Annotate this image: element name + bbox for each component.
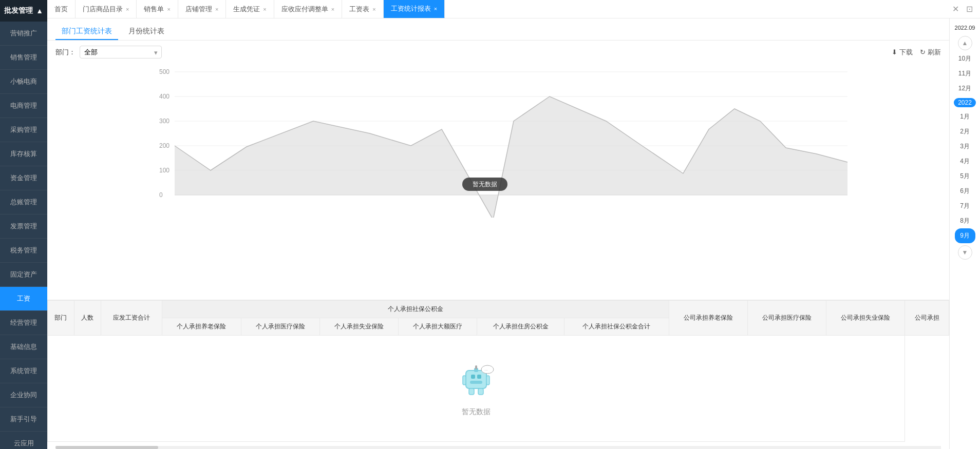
scrollbar-thumb[interactable] [55, 446, 158, 449]
data-table: 部门 人数 应发工资合计 个人承担社保公积金 公司承担养老保险 公司承担医疗保险… [47, 300, 949, 442]
dept-select-wrapper: 全部 [80, 46, 162, 58]
timeline-month-2[interactable]: 2月 [950, 124, 980, 139]
timeline-month-11[interactable]: 11月 [950, 66, 980, 81]
timeline-month-5[interactable]: 5月 [950, 169, 980, 184]
sidebar-item-purchase[interactable]: 采购管理 [0, 118, 47, 142]
empty-robot-icon: ··· [456, 360, 497, 401]
tab-store-catalog[interactable]: 门店商品目录 × [76, 0, 137, 18]
main-area: 首页 门店商品目录 × 销售单 × 店铺管理 × 生成凭证 × 应收应付调整单 … [47, 0, 980, 449]
svg-rect-14 [466, 370, 486, 388]
tab-close-store-management[interactable]: × [215, 6, 218, 12]
tab-restore[interactable]: ⊡ [964, 4, 975, 14]
th-company-medical: 公司承担医疗保险 [747, 301, 826, 336]
download-icon: ⬇ [892, 48, 897, 56]
timeline-panel: 2022.09 ▲ 10月 11月 12月 2022 1月 2月 3月 4月 [949, 18, 980, 449]
sidebar-item-enterprise[interactable]: 企业协同 [0, 383, 47, 407]
dept-select[interactable]: 全部 [80, 46, 162, 58]
sub-tab-dept-stats[interactable]: 部门工资统计表 [55, 24, 118, 40]
sidebar-item-cloud[interactable]: 云应用 [0, 432, 47, 449]
th-individual-unemployment: 个人承担失业保险 [319, 318, 398, 336]
tab-ar-ap-adjustment[interactable]: 应收应付调整单 × [274, 0, 342, 18]
th-headcount: 人数 [74, 301, 101, 336]
tab-store-management[interactable]: 店铺管理 × [178, 0, 226, 18]
svg-rect-19 [475, 365, 477, 369]
refresh-button[interactable]: ↻ 刷新 [920, 48, 941, 57]
sidebar-item-fixed-assets[interactable]: 固定资产 [0, 263, 47, 287]
timeline-month-1[interactable]: 1月 [950, 109, 980, 124]
tab-payroll-table[interactable]: 工资表 × [342, 0, 383, 18]
tab-close-generate-voucher[interactable]: × [263, 6, 266, 12]
svg-text:400: 400 [159, 93, 169, 100]
sidebar-item-invoice[interactable]: 发票管理 [0, 214, 47, 239]
sub-tabs: 部门工资统计表 月份统计表 [47, 18, 949, 41]
timeline-month-10[interactable]: 10月 [950, 51, 980, 66]
sidebar-item-xiaochangec[interactable]: 小畅电商 [0, 70, 47, 94]
timeline-month-12[interactable]: 12月 [950, 81, 980, 96]
page-content: 部门工资统计表 月份统计表 部门： 全部 [47, 18, 949, 449]
th-company-pension: 公司承担养老保险 [669, 301, 747, 336]
sidebar-item-marketing[interactable]: 营销推广 [0, 22, 47, 46]
timeline-down-nav[interactable]: ▼ [958, 245, 972, 260]
sidebar-item-inventory[interactable]: 库存核算 [0, 142, 47, 166]
tab-payroll-report[interactable]: 工资统计报表 × [384, 0, 445, 18]
th-individual-pension: 个人承担养老保险 [162, 318, 241, 336]
svg-rect-22 [469, 388, 474, 395]
sidebar-item-ecommerce[interactable]: 电商管理 [0, 94, 47, 118]
tab-sales-order[interactable]: 销售单 × [137, 0, 178, 18]
tab-close-all[interactable]: ✕ [950, 4, 961, 14]
timeline-month-9[interactable]: 9月 [955, 228, 975, 243]
timeline-month-4[interactable]: 4月 [950, 154, 980, 169]
sidebar-item-sales[interactable]: 销售管理 [0, 46, 47, 70]
dept-label: 部门： [55, 48, 76, 57]
sidebar-title: 批发管理 [4, 6, 33, 15]
th-individual-major-medical: 个人承担大额医疗 [398, 318, 477, 336]
timeline-month-7[interactable]: 7月 [950, 199, 980, 213]
svg-rect-15 [471, 375, 475, 379]
sidebar-item-payroll[interactable]: 工资 [0, 287, 47, 311]
toolbar: 部门： 全部 ⬇ 下载 ↻ 刷新 [47, 41, 949, 64]
sidebar-header[interactable]: 批发管理 ▲ [0, 0, 47, 22]
svg-rect-20 [463, 376, 466, 385]
tab-generate-voucher[interactable]: 生成凭证 × [226, 0, 274, 18]
sidebar-item-system[interactable]: 系统管理 [0, 359, 47, 383]
th-individual-housing-fund: 个人承担住房公积金 [477, 318, 564, 336]
th-company-other: 公司承担 [905, 301, 949, 336]
sub-tab-monthly-stats[interactable]: 月份统计表 [122, 24, 171, 40]
th-individual-insurance: 个人承担社保公积金 [162, 301, 669, 318]
sidebar-item-tax[interactable]: 税务管理 [0, 239, 47, 263]
th-gross-salary: 应发工资合计 [101, 301, 162, 336]
sidebar-item-basic-info[interactable]: 基础信息 [0, 335, 47, 359]
refresh-icon: ↻ [920, 48, 926, 56]
svg-text:200: 200 [159, 142, 169, 149]
svg-rect-16 [477, 375, 481, 379]
svg-rect-23 [478, 388, 483, 395]
timeline-up-nav[interactable]: ▲ [958, 36, 972, 50]
sidebar-item-ledger[interactable]: 总账管理 [0, 190, 47, 214]
sidebar-item-guide[interactable]: 新手引导 [0, 407, 47, 432]
tab-close-payroll-report[interactable]: × [434, 6, 437, 12]
timeline-month-6[interactable]: 6月 [950, 184, 980, 199]
sidebar-item-operations[interactable]: 经营管理 [0, 311, 47, 335]
timeline-month-3[interactable]: 3月 [950, 139, 980, 154]
sidebar: 批发管理 ▲ 营销推广 销售管理 小畅电商 电商管理 采购管理 库存核算 资金管… [0, 0, 47, 449]
chart-tooltip: 暂无数据 [462, 178, 507, 191]
tab-home[interactable]: 首页 [47, 0, 76, 18]
tab-bar-end: ✕ ⊡ [950, 4, 980, 14]
th-individual-medical: 个人承担医疗保险 [241, 318, 319, 336]
horizontal-scrollbar[interactable] [55, 446, 941, 449]
sidebar-item-finance[interactable]: 资金管理 [0, 166, 47, 190]
tab-close-ar-ap-adjustment[interactable]: × [331, 6, 334, 12]
tab-close-payroll-table[interactable]: × [372, 6, 375, 12]
empty-state: ··· 暂无数据 [51, 340, 901, 437]
svg-text:0: 0 [159, 191, 163, 199]
svg-text:···: ··· [484, 368, 488, 373]
timeline-month-8[interactable]: 8月 [950, 213, 980, 228]
tab-bar: 首页 门店商品目录 × 销售单 × 店铺管理 × 生成凭证 × 应收应付调整单 … [47, 0, 980, 18]
th-individual-total: 个人承担社保公积金合计 [564, 318, 669, 336]
svg-text:100: 100 [159, 167, 169, 174]
svg-text:300: 300 [159, 118, 169, 125]
download-button[interactable]: ⬇ 下载 [892, 48, 913, 57]
tab-close-sales-order[interactable]: × [167, 6, 170, 12]
tab-close-store-catalog[interactable]: × [126, 6, 129, 12]
svg-rect-17 [470, 381, 482, 384]
